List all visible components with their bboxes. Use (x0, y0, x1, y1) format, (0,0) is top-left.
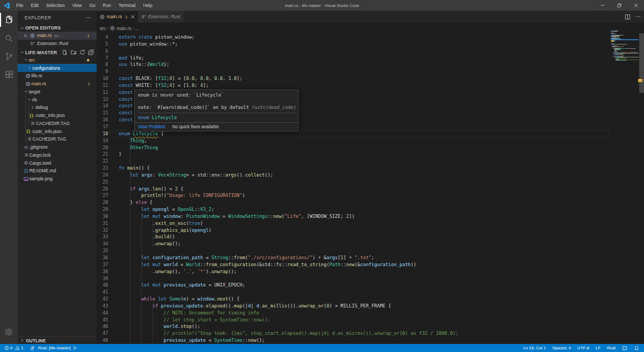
code-line-8[interactable]: 8use life::{World}; (97, 61, 644, 68)
code-line-11[interactable]: 11const WHITE: [f32;4] = [1.0; 4]; (97, 82, 644, 89)
code-line-40[interactable]: 40 let mut previous_update = UNIX_EPOCH; (97, 282, 644, 289)
menu-view[interactable]: View (68, 0, 85, 11)
code-line-30[interactable]: 30 let mut window: PistonWindow = Window… (97, 213, 644, 220)
code-line-43[interactable]: 43 if previous_update.elapsed().map(|d| … (97, 303, 644, 310)
code-line-20[interactable]: 20 OtherThing (97, 144, 644, 151)
code-line-9[interactable]: 9 (97, 68, 644, 75)
problems-status[interactable]: 0 1 (4, 346, 24, 350)
notifications-bell-icon[interactable] (634, 346, 639, 351)
code-line-48[interactable]: 48 previous_update = SystemTime::now(); (97, 337, 644, 344)
editor-more-actions-icon[interactable] (635, 14, 641, 19)
code-line-28[interactable]: 28 } else { (97, 199, 644, 206)
code-line-35[interactable]: 35 (97, 247, 644, 254)
code-line-45[interactable]: 45 // let step_start = SystemTime::now()… (97, 317, 644, 324)
collapse-all-icon[interactable] (88, 49, 94, 55)
code-line-29[interactable]: 29 let opengl = OpenGL::V3_2; (97, 206, 644, 213)
refresh-icon[interactable] (79, 49, 85, 55)
breadcrumb-src[interactable]: src (100, 26, 106, 31)
tree-item-rls[interactable]: rls (18, 96, 97, 104)
new-folder-icon[interactable] (70, 49, 77, 55)
code-line-41[interactable]: 41 (97, 289, 644, 296)
tree-item-readme-md[interactable]: README.md (18, 167, 97, 175)
code-line-27[interactable]: 27 println!("Usage: life CONFIGURATION") (97, 192, 644, 199)
encoding[interactable]: UTF-8 (577, 346, 589, 350)
new-file-icon[interactable] (62, 49, 68, 55)
code-line-38[interactable]: 38 .unwrap(), '.', '*').unwrap(); (97, 268, 644, 275)
code-line-32[interactable]: 32 .graphics_api(opengl) (97, 227, 644, 234)
scrollbar-thumb[interactable] (639, 33, 644, 93)
menu-go[interactable]: Go (85, 0, 99, 11)
minimize-icon[interactable] (594, 0, 611, 11)
tree-item-life-rs[interactable]: life.rs (18, 72, 97, 80)
code-line-26[interactable]: 26 if args.len() < 2 { (97, 186, 644, 193)
restore-icon[interactable] (611, 0, 627, 11)
code-line-42[interactable]: 42 while let Some(e) = window.next() { (97, 296, 644, 303)
menu-terminal[interactable]: Terminal (115, 0, 140, 11)
code-line-39[interactable]: 39 (97, 275, 644, 282)
tree-item-cachedir-tag[interactable]: CACHEDIR.TAG (18, 120, 97, 128)
view-problem-link[interactable]: View Problem (138, 124, 165, 129)
tree-item-main-rs[interactable]: main.rs1 (18, 80, 97, 88)
code-line-33[interactable]: 33 .build() (97, 233, 644, 240)
tab-extension-rust[interactable]: Extension: Rust (138, 11, 184, 23)
code-line-21[interactable]: 21} (97, 151, 644, 158)
tree-item-target[interactable]: target (18, 88, 97, 96)
code-line-47[interactable]: 47 // println!("Step took: {}ms", step_s… (97, 330, 644, 337)
eol[interactable]: LF (596, 346, 601, 350)
tree-item-cargo-toml[interactable]: Cargo.toml (18, 159, 97, 167)
more-actions-icon[interactable] (86, 16, 91, 20)
menu-edit[interactable]: Edit (27, 0, 42, 11)
menu-help[interactable]: Help (140, 0, 156, 11)
split-editor-icon[interactable] (625, 14, 631, 20)
code-line-23[interactable]: 23fn main() { (97, 165, 644, 172)
close-editor-icon[interactable] (24, 34, 28, 38)
cursor-position[interactable]: Ln 18, Col 1 (523, 346, 546, 350)
tree-item-debug[interactable]: debug (18, 104, 97, 112)
tree-item-src[interactable]: src● (18, 56, 97, 64)
code-line-31[interactable]: 31 .exit_on_esc(true) (97, 220, 644, 227)
code-line-18[interactable]: 18enum Lifecycle { (97, 130, 644, 137)
feedback-icon[interactable] (622, 346, 627, 351)
open-editor-main-rs[interactable]: main.rssrc1 (18, 32, 97, 40)
code-line-46[interactable]: 46 world.step(); (97, 323, 644, 330)
outline-section-header[interactable]: OUTLINE (18, 336, 97, 344)
extensions-icon[interactable] (0, 65, 18, 84)
close-icon[interactable] (627, 0, 644, 11)
search-icon[interactable] (0, 29, 18, 47)
breadcrumb-main-rs[interactable]: main.rs (116, 26, 131, 31)
tree-item--rustc-info-json[interactable]: {}.rustc_info.json (18, 127, 97, 135)
folder-section-header[interactable]: LIFE-MASTER (18, 49, 97, 56)
menu-selection[interactable]: Selection (42, 0, 68, 11)
source-control-icon[interactable] (0, 47, 18, 65)
tree-item-sample-png[interactable]: sample.png (18, 175, 97, 183)
indentation[interactable]: Spaces: 4 (552, 346, 571, 350)
tree-item--rustc-info-json[interactable]: {}.rustc_info.json (18, 112, 97, 120)
open-editors-header[interactable]: OPEN EDITORS (18, 24, 97, 32)
breadcrumb-symbol[interactable]: ... (135, 26, 138, 31)
code-line-34[interactable]: 34 .unwrap(); (97, 240, 644, 247)
gear-icon[interactable] (0, 322, 18, 341)
code-line-5[interactable]: 5use piston_window::*; (97, 41, 644, 48)
code-line-22[interactable]: 22 (97, 158, 644, 165)
code-line-24[interactable]: 24 let args: Vec<String> = std::env::arg… (97, 172, 644, 179)
code-line-37[interactable]: 37 let mut world = World::from_configura… (97, 261, 644, 268)
tree-item--gitignore[interactable]: .gitignore (18, 143, 97, 151)
open-editor-extension-rust[interactable]: Extension: Rust (18, 40, 97, 48)
code-line-7[interactable]: 7mod life; (97, 55, 644, 62)
menu-run[interactable]: Run (99, 0, 115, 11)
code-line-6[interactable]: 6 (97, 48, 644, 55)
tree-item-cachedir-tag[interactable]: CACHEDIR.TAG (18, 135, 97, 143)
code-line-19[interactable]: 19 Thing, (97, 137, 644, 144)
files-icon[interactable] (0, 11, 18, 29)
tree-item-configurations[interactable]: configurations (18, 64, 97, 72)
code-line-10[interactable]: 10const BLACK: [f32;4] = [0.0, 0.0, 0.0,… (97, 75, 644, 82)
code-line-25[interactable]: 25 (97, 179, 644, 186)
tab-main-rs[interactable]: main.rs 1 (97, 11, 138, 23)
rls-status[interactable]: Rust: [life-master] (30, 346, 78, 351)
code-line-36[interactable]: 36 let configuration_path = String::from… (97, 254, 644, 261)
code-line-4[interactable]: 4extern crate piston_window; (97, 34, 644, 41)
code-editor[interactable]: 4extern crate piston_window;5use piston_… (97, 34, 644, 344)
code-line-44[interactable]: 44 // NOTE: Uncomment for timing info (97, 310, 644, 317)
close-tab-icon[interactable] (131, 15, 135, 19)
language-mode[interactable]: Rust (607, 346, 616, 350)
